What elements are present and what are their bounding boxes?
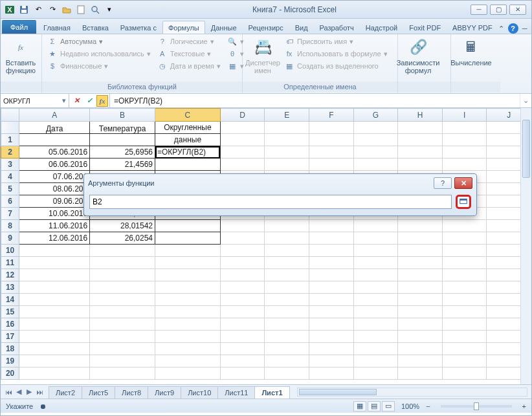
cell[interactable] bbox=[442, 159, 487, 171]
page-break-view-icon[interactable]: ▭ bbox=[382, 401, 395, 411]
row-header[interactable]: 5 bbox=[1, 183, 19, 195]
qat-customize-icon[interactable]: ▾ bbox=[103, 3, 116, 16]
cell[interactable] bbox=[19, 294, 90, 306]
cell[interactable] bbox=[90, 343, 155, 355]
col-header[interactable]: G bbox=[353, 109, 398, 122]
formula-input[interactable]: =ОКРУГЛ(B2) bbox=[110, 94, 520, 107]
cell[interactable] bbox=[353, 343, 398, 355]
cell[interactable] bbox=[398, 281, 443, 294]
cell[interactable] bbox=[309, 367, 354, 380]
formula-auditing-button[interactable]: 🔗Зависимости формул bbox=[402, 36, 434, 76]
cell[interactable] bbox=[265, 146, 309, 159]
col-header[interactable]: I bbox=[442, 109, 487, 122]
col-header[interactable]: H bbox=[398, 109, 443, 122]
vertical-scrollbar[interactable] bbox=[520, 108, 531, 384]
excel-icon[interactable]: X bbox=[3, 3, 16, 16]
cell[interactable] bbox=[19, 269, 90, 281]
define-name-button[interactable]: 🏷Присвоить имя ▾ bbox=[283, 36, 389, 47]
cell[interactable] bbox=[442, 331, 487, 343]
cell[interactable] bbox=[353, 134, 398, 146]
cell[interactable] bbox=[442, 146, 487, 159]
row-header[interactable]: 12 bbox=[1, 269, 19, 281]
cell[interactable] bbox=[220, 281, 265, 294]
cell[interactable] bbox=[353, 294, 398, 306]
dialog-titlebar[interactable]: Аргументы функции ? ✕ bbox=[84, 174, 476, 192]
cell[interactable] bbox=[398, 269, 443, 281]
cell[interactable] bbox=[90, 306, 155, 318]
cell[interactable] bbox=[220, 269, 265, 281]
new-icon[interactable] bbox=[74, 3, 87, 16]
cell[interactable] bbox=[309, 122, 354, 134]
sheet-tab-active[interactable]: Лист1 bbox=[254, 386, 289, 399]
minimize-button[interactable]: ─ bbox=[471, 5, 487, 15]
datetime-button[interactable]: ◷Дата и время ▾ bbox=[156, 60, 222, 72]
cell[interactable] bbox=[90, 294, 155, 306]
text-button[interactable]: AТекстовые ▾ bbox=[156, 48, 222, 60]
sheet-tab[interactable]: Лист10 bbox=[181, 386, 218, 399]
name-box[interactable]: ОКРУГЛ▾ bbox=[1, 94, 69, 107]
cell[interactable] bbox=[309, 355, 354, 367]
cell[interactable] bbox=[309, 245, 354, 257]
cell[interactable] bbox=[265, 220, 309, 232]
cell[interactable] bbox=[90, 331, 155, 343]
sheet-nav-first-icon[interactable]: ⏮ bbox=[3, 387, 14, 397]
dialog-close-button[interactable]: ✕ bbox=[454, 177, 472, 189]
tab-formulas[interactable]: Формулы bbox=[162, 21, 205, 34]
tab-file[interactable]: Файл bbox=[2, 20, 36, 34]
cell[interactable] bbox=[220, 245, 265, 257]
cell[interactable] bbox=[19, 318, 90, 331]
enter-formula-icon[interactable]: ✓ bbox=[83, 95, 95, 107]
col-header[interactable]: F bbox=[309, 109, 354, 122]
row-header[interactable]: 15 bbox=[1, 306, 19, 318]
cell[interactable] bbox=[398, 146, 443, 159]
cell[interactable]: Округленные bbox=[155, 122, 221, 134]
sheet-tab[interactable]: Лист11 bbox=[217, 386, 255, 399]
zoom-in-icon[interactable]: + bbox=[522, 402, 526, 410]
recent-button[interactable]: ★Недавно использовались ▾ bbox=[46, 48, 152, 60]
cell[interactable] bbox=[442, 343, 487, 355]
expand-dialog-button[interactable] bbox=[456, 195, 471, 209]
row-header[interactable]: 3 bbox=[1, 159, 19, 171]
cell[interactable] bbox=[220, 318, 265, 331]
cell[interactable] bbox=[398, 331, 443, 343]
zoom-knob[interactable] bbox=[474, 402, 479, 410]
cell[interactable] bbox=[220, 257, 265, 269]
cell[interactable] bbox=[353, 355, 398, 367]
financial-button[interactable]: $Финансовые ▾ bbox=[46, 60, 152, 72]
row-header[interactable]: 10 bbox=[1, 245, 19, 257]
sheet-tab[interactable]: Лист2 bbox=[49, 386, 82, 399]
logical-button[interactable]: ?Логические ▾ bbox=[156, 36, 222, 47]
cell[interactable] bbox=[155, 306, 221, 318]
scrollbar-thumb[interactable] bbox=[522, 120, 530, 178]
cell[interactable] bbox=[265, 306, 309, 318]
tab-developer[interactable]: Разработч bbox=[314, 21, 360, 34]
cell[interactable] bbox=[265, 159, 309, 171]
col-header[interactable]: C bbox=[155, 109, 221, 122]
cell[interactable] bbox=[220, 122, 265, 134]
cell[interactable] bbox=[155, 232, 221, 245]
cell[interactable] bbox=[220, 355, 265, 367]
sheet-tab[interactable]: Лист9 bbox=[148, 386, 181, 399]
normal-view-icon[interactable]: ▦ bbox=[353, 401, 366, 411]
autosum-button[interactable]: ΣАвтосумма ▾ bbox=[46, 36, 152, 47]
cell[interactable]: 08.06.201 bbox=[19, 183, 90, 195]
cell[interactable] bbox=[220, 220, 265, 232]
cell[interactable] bbox=[353, 220, 398, 232]
cell[interactable] bbox=[442, 245, 487, 257]
cell[interactable]: 09.06.201 bbox=[19, 195, 90, 208]
cell[interactable] bbox=[398, 122, 443, 134]
cell[interactable] bbox=[353, 122, 398, 134]
cell[interactable] bbox=[309, 269, 354, 281]
sheet-nav-prev-icon[interactable]: ◀ bbox=[14, 387, 24, 397]
tab-data[interactable]: Данные bbox=[205, 21, 243, 34]
cell[interactable] bbox=[220, 343, 265, 355]
cell[interactable] bbox=[442, 355, 487, 367]
cell[interactable] bbox=[265, 294, 309, 306]
cell[interactable]: Дата bbox=[19, 122, 90, 134]
open-icon[interactable] bbox=[60, 3, 73, 16]
cell[interactable] bbox=[442, 294, 487, 306]
cell[interactable]: 06.06.2016 bbox=[19, 159, 90, 171]
cell[interactable] bbox=[220, 159, 265, 171]
tab-insert[interactable]: Вставка bbox=[76, 21, 115, 34]
maximize-button[interactable]: ▢ bbox=[490, 5, 507, 15]
